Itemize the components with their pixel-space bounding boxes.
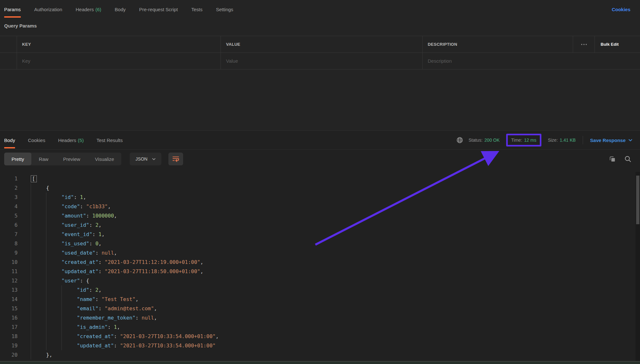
indent-guide [31, 257, 46, 267]
code-token: "event_id" [61, 231, 92, 237]
save-response-button[interactable]: Save Response [590, 138, 632, 143]
line-content: "amount": 1000000, [30, 211, 117, 220]
line-number: 11 [0, 267, 18, 276]
indent-guide [31, 202, 46, 211]
indent-guide [61, 304, 77, 313]
code-line: 4"code": "c1b33", [0, 202, 640, 211]
response-tab-body[interactable]: Body [4, 131, 15, 149]
value-input[interactable]: Value [221, 53, 423, 69]
code-token: "id" [61, 194, 74, 200]
request-tab-headers[interactable]: Headers(6) [76, 0, 101, 19]
code-token: : [95, 296, 101, 302]
wrap-text-button[interactable] [168, 153, 183, 165]
code-token: : [114, 343, 120, 349]
code-token: : [89, 287, 95, 293]
code-token: "used_date" [61, 250, 95, 256]
request-tab-params[interactable]: Params [4, 0, 21, 19]
response-tab-cookies[interactable]: Cookies [28, 131, 45, 149]
description-header-cell: DESCRIPTION [423, 36, 573, 52]
line-content: "used_date": null, [30, 248, 117, 257]
tab-label: Headers [76, 7, 94, 12]
params-more-actions-button[interactable] [573, 36, 595, 52]
view-visualize[interactable]: Visualize [88, 153, 122, 165]
code-token: "user" [61, 278, 80, 284]
code-token: "updated_at" [77, 343, 114, 349]
code-line: 9"used_date": null, [0, 248, 640, 257]
view-preview[interactable]: Preview [56, 153, 87, 165]
line-number: 14 [0, 295, 18, 304]
indent-guide [31, 276, 46, 285]
indent-guide [46, 267, 61, 276]
code-token: 1 [80, 194, 83, 200]
response-tab-test-results[interactable]: Test Results [96, 131, 123, 149]
code-line: 17"is_admin": 1, [0, 322, 640, 332]
status-value: 200 OK [484, 138, 499, 143]
request-tab-tests[interactable]: Tests [191, 0, 202, 19]
bulk-edit-button[interactable]: Bulk Edit [595, 36, 640, 52]
code-token: "2021-03-27T10:33:54.000+01:00" [120, 343, 216, 349]
key-input[interactable]: Key [17, 53, 221, 69]
size-label: Size: [548, 138, 558, 143]
code-token: : [114, 333, 120, 339]
cookies-link[interactable]: Cookies [612, 7, 630, 12]
indent-guide [46, 332, 61, 341]
request-tab-settings[interactable]: Settings [216, 0, 233, 19]
indent-guide [46, 313, 61, 322]
code-token: null [142, 315, 154, 321]
code-token: : [108, 324, 114, 330]
description-placeholder: Description [428, 58, 452, 64]
code-token: null [101, 250, 114, 256]
indent-guide [61, 313, 77, 322]
request-section: ParamsAuthorizationHeaders(6)BodyPre-req… [0, 0, 640, 131]
code-token: "2021-03-27T11:18:50.000+01:00" [105, 268, 200, 274]
indent-guide [46, 276, 61, 285]
line-content: "is_used": 0, [30, 239, 101, 248]
indent-guide [46, 248, 61, 257]
line-number: 10 [0, 257, 18, 267]
line-content: "id": 2, [30, 285, 101, 295]
tab-count-badge: (5) [78, 138, 84, 143]
response-body-viewer[interactable]: 1[2{3"id": 1,4"code": "c1b33",5"amount":… [0, 172, 640, 361]
bracket-match-highlight: [ [31, 175, 37, 182]
row-select-cell[interactable] [0, 53, 17, 69]
indent-guide [46, 304, 61, 313]
request-tab-body[interactable]: Body [115, 0, 126, 19]
indent-guide [31, 332, 46, 341]
indent-guide [31, 248, 46, 257]
code-token: , [114, 213, 117, 219]
status-indicator: Status: 200 OK [468, 138, 499, 143]
indent-guide [31, 220, 46, 230]
indent-guide [46, 239, 61, 248]
more-actions-icon [580, 43, 587, 46]
line-content: "updated_at": "2021-03-27T10:33:54.000+0… [30, 341, 215, 350]
code-token: , [215, 333, 219, 339]
select-all-cell[interactable] [0, 36, 17, 52]
language-dropdown[interactable]: JSON [130, 153, 161, 165]
language-label: JSON [135, 156, 147, 162]
line-content: "event_id": 1, [30, 230, 105, 239]
response-toolbar: PrettyRawPreviewVisualize JSON [4, 152, 632, 166]
response-tab-headers[interactable]: Headers(5) [58, 131, 84, 149]
code-line: 5"amount": 1000000, [0, 211, 640, 220]
code-scrollbar-thumb[interactable] [636, 176, 639, 224]
description-header-label: DESCRIPTION [428, 42, 457, 47]
view-pretty[interactable]: Pretty [4, 153, 31, 165]
view-raw[interactable]: Raw [31, 153, 56, 165]
size-value: 1.41 KB [560, 138, 576, 143]
description-input[interactable]: Description [423, 53, 640, 69]
request-tab-authorization[interactable]: Authorization [34, 0, 62, 19]
line-content: { [30, 183, 49, 193]
indent-guide [31, 350, 46, 360]
code-token: "email" [77, 305, 98, 312]
line-number: 4 [0, 202, 18, 211]
globe-icon [456, 137, 463, 144]
request-tab-pre-request-script[interactable]: Pre-request Script [139, 0, 178, 19]
indent-guide [31, 211, 46, 220]
code-line: 18"created_at": "2021-03-27T10:33:54.000… [0, 332, 640, 341]
code-token: , [98, 287, 101, 293]
line-content: "user": { [30, 276, 89, 285]
code-token: , [108, 203, 111, 210]
copy-icon[interactable] [609, 155, 616, 163]
search-icon[interactable] [624, 155, 632, 163]
code-token: : [98, 305, 104, 312]
